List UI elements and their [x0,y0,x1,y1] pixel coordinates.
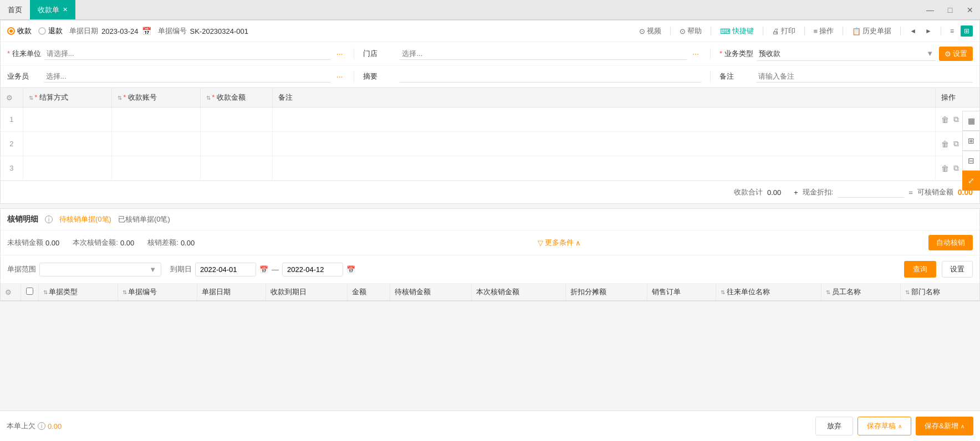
row-2-delete-icon[interactable]: 🗑 [941,140,949,148]
history-btn[interactable]: 📋 历史单据 [850,25,894,37]
sep3 [763,27,763,35]
summary-input[interactable] [400,70,701,83]
date-from-icon[interactable]: 📅 [259,265,268,274]
bottom-table: ⚙ ⇅ 单据类型 ⇅ 单据编号 [1,284,979,301]
equals-sign: = [908,188,913,197]
bottom-gear-icon[interactable]: ⚙ [5,288,12,296]
help-icon: ⊙ [680,27,686,35]
sidebar-expand-icon[interactable]: ⤢ [962,171,980,191]
bth-doc-date: 单据日期 [197,284,266,301]
tab-home-label: 首页 [8,5,22,15]
abandon-button[interactable]: 放弃 [815,417,853,435]
sidebar-table-icon[interactable]: ▦ [962,111,980,131]
form-container: 收款 退款 单据日期 2023-03-24 📅 单据编号 SK-20230324… [0,20,980,204]
tab-receipt[interactable]: 收款单 ✕ [30,0,75,19]
bottom-bar: 本单上欠 i 0.00 放弃 保存草稿 ∧ 保存&新增 ∧ [0,411,980,441]
sidebar-grid-icon[interactable]: ⊞ [962,131,980,151]
row-1-copy-icon[interactable]: ⧉ [953,115,959,124]
maximize-button[interactable]: □ [940,0,960,20]
list-view-btn[interactable]: ≡ [948,26,956,36]
close-button[interactable]: ✕ [960,0,980,20]
row-3-note[interactable] [272,156,935,181]
bottom-table-header: ⚙ ⇅ 单据类型 ⇅ 单据编号 [1,284,979,301]
pending-tab[interactable]: 待核销单据(0笔) [59,214,111,224]
top-toolbar: 收款 退款 单据日期 2023-03-24 📅 单据编号 SK-20230324… [1,20,979,42]
staff-input[interactable] [44,70,331,83]
tab-receipt-close[interactable]: ✕ [63,6,68,13]
row-1-amount[interactable] [200,107,272,132]
sep4 [804,27,805,35]
row-1-note[interactable] [272,107,935,132]
th-settlement: ⇅ * 结算方式 [23,88,111,107]
shortcut-btn[interactable]: ⌨ 快捷键 [718,25,756,37]
help-btn[interactable]: ⊙ 帮助 [677,25,704,37]
row-3-settlement[interactable] [23,156,111,181]
save-draft-label: 保存草稿 [867,421,896,431]
business-type-select[interactable]: 预收款 ▼ [757,47,936,61]
row-3-account[interactable] [111,156,200,181]
row-1-delete-icon[interactable]: 🗑 [941,115,949,124]
bth-gear: ⚙ [1,284,21,301]
counterpart-more-btn[interactable]: ··· [334,49,345,58]
row-1-settlement[interactable] [23,107,111,132]
video-btn[interactable]: ⊙ 视频 [637,25,663,37]
tab-home[interactable]: 首页 [0,0,30,19]
settings-button[interactable]: ⚙ 设置 [939,47,973,61]
reconcile-info-icon[interactable]: i [45,216,53,223]
total-value: 0.00 [767,188,789,197]
sidebar-link-icon[interactable]: ⊟ [962,151,980,171]
operation-icon: ≡ [814,27,818,35]
row-3-delete-icon[interactable]: 🗑 [941,164,949,173]
radio-refund[interactable]: 退款 [38,26,63,36]
row-1-num: 1 [1,107,23,132]
row-3-copy-icon[interactable]: ⧉ [953,163,959,173]
prev-btn[interactable]: ◄ [907,26,918,36]
sep5 [843,27,843,35]
bth-doc-no: ⇅ 单据编号 [118,284,197,301]
query-button[interactable]: 查询 [904,261,936,278]
counterpart-input[interactable] [44,48,331,60]
minimize-button[interactable]: — [920,0,940,20]
row-2-note[interactable] [272,132,935,156]
note-input[interactable] [756,70,973,83]
row-1-account[interactable] [111,107,200,132]
date-to-input[interactable] [282,263,343,276]
print-btn[interactable]: 🖨 打印 [770,25,798,37]
range-label: 单据范围 [7,264,36,274]
bottom-info-icon[interactable]: i [38,422,45,430]
store-input[interactable] [400,48,687,60]
grid-view-btn[interactable]: ⊞ [961,25,973,37]
staff-more-btn[interactable]: ··· [334,72,345,81]
radio-refund-label: 退款 [48,26,63,36]
discount-input[interactable] [838,187,904,198]
current-stat: 本次核销金额: 0.00 [73,238,134,248]
more-conditions-btn[interactable]: ▽ 更多条件 ∧ [538,238,581,248]
save-draft-button[interactable]: 保存草稿 ∧ [858,417,911,435]
sep7 [941,27,941,35]
calendar-icon[interactable]: 📅 [142,27,151,35]
date-from-input[interactable] [195,263,256,276]
row-3-amount[interactable] [200,156,272,181]
diff-value: 0.00 [181,239,195,247]
row-2-settlement[interactable] [23,132,111,156]
radio-receipt[interactable]: 收款 [7,26,32,36]
row-2-copy-icon[interactable]: ⧉ [953,139,959,148]
operation-btn[interactable]: ≡ 操作 [811,25,836,37]
row-2-account[interactable] [111,132,200,156]
bth-checkbox [21,284,38,301]
select-all-checkbox[interactable] [26,288,33,295]
range-select[interactable]: ▼ [39,263,161,276]
save-new-button[interactable]: 保存&新增 ∧ [916,417,973,435]
auto-reconcile-btn[interactable]: 自动核销 [928,235,973,250]
row-2-amount[interactable] [200,132,272,156]
store-more-btn[interactable]: ··· [690,49,701,58]
reconcile-title: 核销明细 [7,214,38,224]
date-to-icon[interactable]: 📅 [346,265,355,274]
next-btn[interactable]: ► [923,26,934,36]
done-tab[interactable]: 已核销单据(0笔) [118,214,170,224]
filter-settings-button[interactable]: 设置 [942,261,973,278]
sep-f1 [354,48,354,59]
tab-receipt-label: 收款单 [38,5,59,15]
bth-dept-name: ⇅ 部门名称 [901,284,979,301]
gear-icon[interactable]: ⚙ [6,94,13,102]
